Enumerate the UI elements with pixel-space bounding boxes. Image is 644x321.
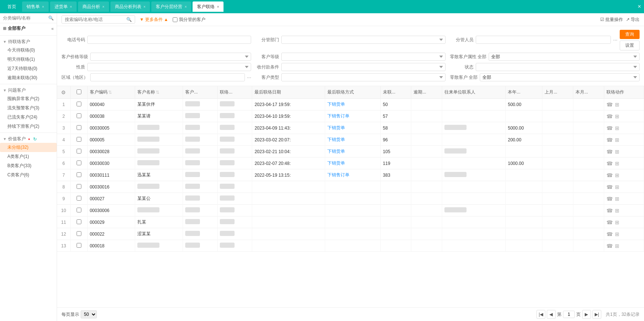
tab-product-analysis[interactable]: 商品分析 × [78,1,109,12]
row-checkbox-cell[interactable] [70,110,87,122]
my-customers-check[interactable] [173,17,177,22]
reset-button[interactable]: 设置 [620,40,640,50]
next-page-btn[interactable]: ▶ [582,310,591,319]
last-contact-method[interactable]: 下销货单 [325,134,380,146]
search-input[interactable] [65,17,125,22]
close-tab-contact[interactable]: × [217,5,219,9]
contact-method-link[interactable]: 下销货单 [327,137,345,142]
price-level-select[interactable] [90,53,251,61]
row-checkbox-cell[interactable] [70,169,87,181]
region-input[interactable] [90,73,245,81]
row-checkbox-cell[interactable] [70,240,87,252]
nature-select[interactable] [87,63,251,71]
refresh-icon[interactable]: ↻ [33,137,37,142]
sidebar-item-abnormal[interactable]: 囤购异常客户(2) [0,94,57,103]
last-contact-method[interactable]: 下销货单 [325,146,380,158]
more-action-icon[interactable]: ⊞ [615,113,619,119]
row-checkbox-cell[interactable] [70,216,87,228]
more-action-icon[interactable]: ⊞ [615,149,619,155]
settings-gear-icon[interactable]: ⚙ [61,89,66,95]
sidebar-item-churn-warning[interactable]: 流失预警客户(3) [0,103,57,113]
more-action-icon[interactable]: ⊞ [615,231,619,237]
sidebar-item-a-class[interactable]: A类客户(1) [0,152,57,161]
sidebar-item-churned[interactable]: 已流失客户(24) [0,113,57,122]
row-checkbox[interactable] [77,113,81,118]
sidebar-search-input[interactable] [3,15,47,21]
sidebar-item-b-class[interactable]: B类客户(33) [0,161,57,170]
sidebar-item-c-class[interactable]: C类客户(6) [0,170,57,180]
more-action-icon[interactable]: ⊞ [615,125,619,131]
call-icon[interactable]: ☎ [606,137,613,143]
close-all-button[interactable]: × [638,3,641,10]
contact-method-link[interactable]: 下销售订单 [327,172,349,177]
close-tab-tier[interactable]: × [184,5,187,9]
row-checkbox[interactable] [77,125,81,130]
prev-page-btn[interactable]: ◀ [547,310,556,319]
row-checkbox[interactable] [77,149,81,154]
close-tab-product[interactable]: × [102,5,105,9]
call-icon[interactable]: ☎ [606,219,613,225]
call-icon[interactable]: ☎ [606,113,613,119]
first-page-btn[interactable]: |◀ [536,310,545,319]
more-action-icon[interactable]: ⊞ [615,184,619,190]
sidebar-item-tomorrow-contact[interactable]: 明天待联络(1) [0,55,57,64]
sidebar-item-declining[interactable]: 持续下滑客户(2) [0,122,57,131]
call-icon[interactable]: ☎ [606,125,613,131]
row-checkbox[interactable] [77,208,81,212]
row-checkbox[interactable] [77,160,81,165]
more-action-icon[interactable]: ⊞ [615,102,619,107]
sidebar-item-overdue-contact[interactable]: 逾期未联络(30) [0,73,57,82]
last-contact-method[interactable]: 下销售订单 [325,110,380,122]
row-checkbox[interactable] [77,196,81,201]
payment-select[interactable] [281,63,445,71]
more-action-icon[interactable]: ⊞ [615,196,619,202]
more-action-icon[interactable]: ⊞ [615,160,619,166]
retail-select[interactable]: 全部 [480,73,640,81]
more-action-icon[interactable]: ⊞ [615,208,619,214]
row-checkbox-cell[interactable] [70,193,87,205]
status-select[interactable] [476,63,640,71]
row-checkbox[interactable] [77,243,81,248]
last-page-btn[interactable]: ▶| [592,310,601,319]
last-contact-method[interactable]: 下销货单 [325,158,380,169]
sidebar-item-ungroup[interactable]: 未分组(32) [0,143,57,152]
row-checkbox-cell[interactable] [70,158,87,169]
call-icon[interactable]: ☎ [606,172,613,178]
more-action-icon[interactable]: ⊞ [615,172,619,178]
contact-method-link[interactable]: 下销货单 [327,102,345,107]
last-contact-method[interactable]: 下销售订单 [325,169,380,181]
row-checkbox-cell[interactable] [70,134,87,146]
last-contact-method[interactable]: 下销货单 [325,122,380,134]
more-conditions-btn[interactable]: ▼ 更多条件 ▲ [140,17,168,23]
person-input[interactable] [476,36,611,44]
th-checkbox[interactable] [70,86,87,99]
all-customers-header[interactable]: ⊞ 全部客户 « [0,23,57,34]
last-contact-method[interactable]: 下销货单 [325,99,380,110]
sidebar-item-today-contact[interactable]: 今天待联络(0) [0,46,57,55]
page-size-select[interactable]: 50 [81,310,97,318]
ctype-select[interactable] [281,73,445,81]
tab-sales-order[interactable]: 销售单 × [22,1,49,12]
row-checkbox[interactable] [77,231,81,236]
tab-product-analysis-list[interactable]: 商品分析列表 × [110,1,150,12]
page-size-selector[interactable]: 每页显示 50 [61,310,97,318]
search-icon[interactable]: 🔍 [126,17,132,22]
row-checkbox-cell[interactable] [70,228,87,240]
more-action-icon[interactable]: ⊞ [615,243,619,249]
collapse-btn[interactable]: « [51,26,54,31]
call-icon[interactable]: ☎ [606,243,613,249]
call-icon[interactable]: ☎ [606,160,613,166]
more-action-icon[interactable]: ⊞ [615,219,619,225]
select-all-checkbox[interactable] [77,89,81,94]
contact-method-link[interactable]: 下销货单 [327,149,345,154]
group-problem-customers[interactable]: ▼ 问题客户 [0,86,57,94]
sidebar-search-bar[interactable]: 🔍 [0,13,57,23]
export-btn[interactable]: ↗ 导出 [626,17,640,23]
row-checkbox-cell[interactable] [70,122,87,134]
retail-attr-select[interactable]: 全部 [489,53,640,61]
row-checkbox-cell[interactable] [70,181,87,193]
tab-customer-contact[interactable]: 客户联络 × [193,1,224,12]
row-checkbox[interactable] [77,219,81,224]
customer-level-select[interactable] [281,53,445,61]
phone-input[interactable] [87,36,251,44]
